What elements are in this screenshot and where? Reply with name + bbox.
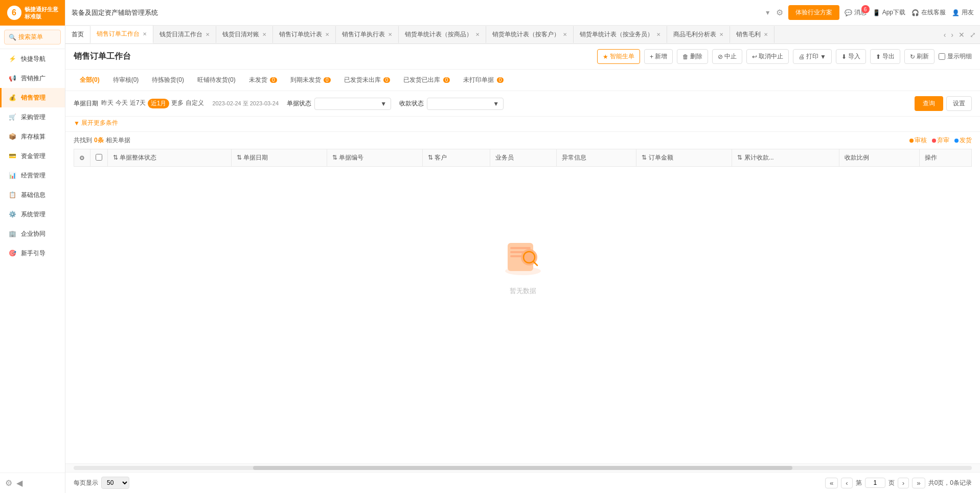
sort-icon[interactable]: ⇅ [737,154,742,161]
settings-bottom-button[interactable]: ⚙ [5,478,12,488]
sort-icon[interactable]: ⇅ [642,154,647,161]
online-service-button[interactable]: 🎧 在线客服 [911,8,946,17]
sidebar-item-basic-info[interactable]: 📋 基础信息 [0,185,65,205]
tab-close-icon[interactable]: ✕ [262,32,266,37]
sidebar-item-purchase[interactable]: 🛒 采购管理 [0,107,65,127]
th-settings[interactable]: ⚙ [74,149,90,167]
sub-tab-not-printed[interactable]: 未打印单据 0 [457,74,510,86]
topbar-settings-icon[interactable]: ⚙ [776,8,783,17]
sub-tab-all[interactable]: 全部(0) [74,74,106,86]
tab-close-icon[interactable]: ✕ [475,32,480,37]
tab-next-button[interactable]: › [949,29,955,41]
smart-create-button[interactable]: ★ 智能生单 [597,49,640,64]
tab-profit-analysis[interactable]: 商品毛利分析表 ✕ [667,26,730,43]
not-printed-badge: 0 [497,77,504,83]
prev-page-button[interactable]: ‹ [841,478,852,488]
sidebar-item-marketing[interactable]: 📢 营销推广 [0,69,65,88]
tab-home[interactable]: 首页 [65,26,90,43]
last7-link[interactable]: 近7天 [130,99,146,108]
sidebar-item-operations[interactable]: 📊 经营管理 [0,166,65,185]
horizontal-scrollbar-area[interactable] [65,463,980,472]
sidebar-item-sales[interactable]: 💰 销售管理 [0,88,65,107]
select-all-checkbox[interactable] [96,154,102,161]
tab-close-icon[interactable]: ✕ [563,32,567,37]
sub-tab-wangpu-pending[interactable]: 旺铺待发货(0) [191,74,242,86]
first-page-button[interactable]: « [825,478,838,488]
tab-cash-reconcile[interactable]: 钱货日清对账 ✕ [216,26,273,43]
delete-button[interactable]: 🗑 删除 [677,49,708,64]
collapse-sidebar-button[interactable]: ◀ [16,478,22,488]
last-month-link[interactable]: 近1月 [148,99,170,108]
payment-select[interactable]: ▼ [427,98,504,110]
tab-close-icon[interactable]: ✕ [206,32,210,37]
tab-close-icon[interactable]: ✕ [656,32,660,37]
sidebar-item-enterprise[interactable]: 🏢 企业协同 [0,224,65,243]
tab-sales-by-product[interactable]: 销货单统计表（按商品） ✕ [399,26,486,43]
tab-prev-button[interactable]: ‹ [942,29,948,41]
sub-tab-overdue[interactable]: 到期未发货 0 [284,74,337,86]
sub-tab-not-shipped[interactable]: 未发货 0 [243,74,283,86]
status-select[interactable]: ▼ [314,98,391,110]
print-button[interactable]: 🖨 打印 ▼ [793,49,832,64]
tab-cash-daily[interactable]: 钱货日清工作台 ✕ [153,26,216,43]
sub-tab-shipped-not-out[interactable]: 已发货未出库 0 [338,74,397,86]
tab-sales-profit[interactable]: 销售毛利 ✕ [730,26,774,43]
sidebar-item-inventory[interactable]: 📦 库存核算 [0,127,65,146]
sort-icon[interactable]: ⇅ [428,154,433,161]
set-button[interactable]: 设置 [946,96,972,111]
main-content: 装备及固定资产辅助管理系统 ▼ ⚙ 体验行业方案 💬 消息 6 📱 App下载 … [65,0,980,493]
sidebar-item-finance[interactable]: 💳 资金管理 [0,146,65,166]
scrollbar-thumb[interactable] [253,466,792,470]
tab-close-icon[interactable]: ✕ [764,32,768,37]
search-menu-button[interactable]: 🔍 搜索菜单 [4,30,61,44]
sort-icon[interactable]: ⇅ [237,154,242,161]
stop-button[interactable]: ⊘ 中止 [712,49,742,64]
message-button[interactable]: 💬 消息 6 [845,8,867,17]
tab-maximize-button[interactable]: ⤢ [968,29,978,41]
more-link[interactable]: 更多 [171,99,184,108]
per-page-select[interactable]: 50 100 200 [101,477,129,489]
th-checkbox[interactable] [90,149,108,167]
expand-filter-button[interactable]: ▼ 展开更多条件 [74,119,972,127]
sort-icon[interactable]: ⇅ [332,154,337,161]
table-scroll-area[interactable]: ⚙ ⇅ 单据整体状态 ⇅ 单据日期 ⇅ [74,149,972,459]
today-link[interactable]: 今天 [116,99,128,108]
user-menu-button[interactable]: 👤 用友 [952,8,974,17]
add-button[interactable]: + 新增 [644,49,673,64]
sub-tab-pending-inspect[interactable]: 待拣验货(0) [146,74,190,86]
table-header: ⚙ ⇅ 单据整体状态 ⇅ 单据日期 ⇅ [74,149,972,167]
trial-button[interactable]: 体验行业方案 [788,5,839,20]
query-button[interactable]: 查询 [915,96,943,111]
cancel-audit-link[interactable]: 弃审 [932,136,949,145]
next-page-button[interactable]: › [898,478,909,488]
app-download-button[interactable]: 📱 App下载 [873,8,905,17]
tab-sales-by-salesperson[interactable]: 销货单统计表（按业务员） ✕ [574,26,667,43]
tab-sales-stats[interactable]: 销售订单统计表 ✕ [273,26,336,43]
import-button[interactable]: ⬇ 导入 [836,49,866,64]
tab-close-icon[interactable]: ✕ [388,32,392,37]
sub-tab-pending-review[interactable]: 待审核(0) [107,74,145,86]
sidebar-item-quick-nav[interactable]: ⚡ 快捷导航 [0,49,65,69]
custom-link[interactable]: 自定义 [186,99,204,108]
tab-sales-exec[interactable]: 销售订单执行表 ✕ [336,26,399,43]
show-detail-checkbox[interactable]: 显示明细 [939,52,972,61]
sort-icon[interactable]: ⇅ [113,154,118,161]
export-button[interactable]: ⬆ 导出 [870,49,900,64]
tab-close-icon[interactable]: ✕ [719,32,723,37]
ship-link[interactable]: 发货 [954,136,972,145]
sub-tab-shipped-out[interactable]: 已发货已出库 0 [397,74,456,86]
sidebar-item-guide[interactable]: 🎯 新手引导 [0,243,65,263]
refresh-button[interactable]: ↻ 刷新 [904,49,935,64]
audit-link[interactable]: 审核 [909,136,927,145]
page-number-input[interactable] [865,478,885,488]
show-detail-input[interactable] [939,53,945,60]
cancel-stop-button[interactable]: ↩ 取消中止 [746,49,789,64]
tab-close-icon[interactable]: ✕ [143,31,147,37]
last-page-button[interactable]: » [912,478,925,488]
tab-close-icon[interactable]: ✕ [325,32,329,37]
tab-sales-order-workbench[interactable]: 销售订单工作台 ✕ [90,26,153,43]
tab-close-all-button[interactable]: ✕ [956,29,967,41]
yesterday-link[interactable]: 昨天 [101,99,113,108]
sidebar-item-system[interactable]: ⚙️ 系统管理 [0,205,65,224]
tab-sales-by-customer[interactable]: 销货单统计表（按客户） ✕ [486,26,574,43]
